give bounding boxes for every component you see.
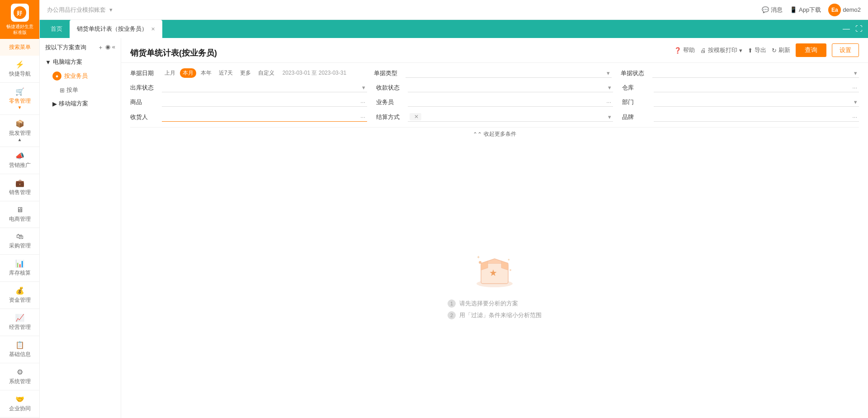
date-tab-more[interactable]: 更多	[237, 68, 254, 78]
settings-button[interactable]: 设置	[832, 43, 859, 57]
sidebar-item-wholesale[interactable]: 📦 批发管理 ▲	[0, 115, 39, 147]
message-label: 消息	[771, 6, 783, 14]
dept-dropdown-icon[interactable]: ▾	[854, 99, 857, 105]
outstock-dropdown-icon[interactable]: ▾	[362, 84, 365, 91]
settlement-control: ✕ ▾	[408, 112, 613, 122]
date-tab-last-month[interactable]: 上月	[162, 68, 178, 78]
sidebar-item-finance[interactable]: 💰 资金管理	[0, 282, 39, 309]
refresh-icon: ↻	[772, 47, 777, 54]
retail-arrow: ▼	[18, 105, 22, 110]
collapse-button[interactable]: ⌃⌃ 收起更多条件	[130, 127, 859, 141]
sidebar-item-system[interactable]: ⚙ 系统管理	[0, 363, 39, 390]
settlement-tag-clear[interactable]: ✕	[414, 114, 419, 120]
mobile-scheme-toggle: ▶	[52, 100, 57, 107]
sidebar-item-retail[interactable]: 🛒 零售管理 ▼	[0, 83, 39, 115]
warehouse-dots[interactable]: ···	[852, 84, 857, 91]
refresh-label: 刷新	[778, 46, 790, 54]
brand-label: 办公用品行业模拟账套	[47, 6, 106, 14]
finance-icon: 💰	[15, 286, 24, 295]
message-button[interactable]: 💬 消息	[762, 6, 783, 14]
date-tabs: 上月 本月 本年 近7天 更多 自定义	[162, 68, 277, 78]
filter-row-2: 出库状态 ▾ 收款状态 ▾ 仓库 ···	[130, 83, 859, 92]
svg-point-6	[509, 269, 511, 271]
top-bar: 办公用品行业模拟账套 ▾ 💬 消息 📱 App下载 Ea demo2	[40, 0, 868, 20]
salesperson-control[interactable]: ···	[408, 98, 613, 107]
sidebar-item-operation[interactable]: 📈 经营管理	[0, 309, 39, 336]
step-1-text: 请先选择要分析的方案	[459, 299, 518, 308]
doc-type-label: 单据类型	[374, 69, 406, 77]
app-download-button[interactable]: 📱 App下载	[790, 6, 821, 14]
receiver-control[interactable]: ···	[162, 113, 367, 122]
date-tab-7days[interactable]: 近7天	[216, 68, 236, 78]
phone-icon: 📱	[790, 6, 797, 13]
tab-home[interactable]: 首页	[43, 20, 70, 38]
basic-label: 基础信息	[9, 351, 31, 358]
search-menu[interactable]: 搜索菜单	[0, 39, 39, 56]
sidebar-item-purchase[interactable]: 🛍 采购管理	[0, 228, 39, 255]
sidebar-item-enterprise[interactable]: 🤝 企业协同	[0, 390, 39, 418]
date-tab-this-year[interactable]: 本年	[198, 68, 214, 78]
export-icon: ⬆	[748, 47, 753, 54]
operation-icon: 📈	[15, 314, 24, 322]
doc-type-dropdown-icon[interactable]: ▾	[607, 70, 610, 76]
brand-dots[interactable]: ···	[852, 114, 857, 120]
payment-dropdown-icon[interactable]: ▾	[608, 84, 611, 91]
goods-dots[interactable]: ···	[360, 99, 365, 105]
tab-minimize-icon[interactable]: —	[841, 23, 852, 35]
sidebar-item-quick-nav[interactable]: ⚡ 快捷导航	[0, 56, 39, 83]
brand-dropdown-icon[interactable]: ▾	[109, 6, 113, 13]
scheme-by-order[interactable]: ⊞ 按单	[40, 83, 121, 97]
tab-close-button[interactable]: ✕	[151, 26, 155, 32]
query-button[interactable]: 查询	[796, 43, 826, 57]
settlement-dropdown-icon[interactable]: ▾	[608, 114, 611, 120]
tab-bar-actions: — ⛶	[841, 23, 868, 35]
help-button[interactable]: ❓ 帮助	[674, 46, 695, 54]
tab-sales-report[interactable]: 销货单统计表（按业务员） ✕	[70, 20, 162, 38]
user-avatar-area[interactable]: Ea demo2	[828, 4, 861, 16]
ecommerce-icon: 🖥	[16, 206, 24, 214]
outstock-control[interactable]: ▾	[162, 83, 367, 92]
settings-scheme-icon[interactable]: ◉	[105, 43, 110, 52]
page-header: 销货单统计表(按业务员) ❓ 帮助 🖨 按模板打印 ▾ ⬆ 导出	[121, 38, 868, 63]
desktop-scheme-parent[interactable]: ▼ 电脑端方案	[40, 55, 121, 69]
export-button[interactable]: ⬆ 导出	[748, 46, 766, 54]
username-label: demo2	[843, 6, 861, 13]
system-label: 系统管理	[9, 378, 31, 385]
warehouse-control[interactable]: ···	[654, 83, 859, 92]
sidebar-item-ecommerce[interactable]: 🖥 电商管理	[0, 201, 39, 228]
doc-status-control[interactable]: ▾	[652, 69, 859, 78]
refresh-button[interactable]: ↻ 刷新	[772, 46, 790, 54]
sales-label: 销售管理	[9, 189, 31, 196]
add-scheme-icon[interactable]: ＋	[98, 43, 104, 52]
dept-control[interactable]: ▾	[654, 98, 859, 107]
goods-control[interactable]: ···	[162, 98, 367, 107]
left-panel-icons: ＋ ◉ «	[98, 43, 115, 52]
order-icon: ⊞	[60, 87, 65, 94]
scheme-by-salesperson[interactable]: ● 按业务员	[40, 69, 121, 83]
date-tab-this-month[interactable]: 本月	[180, 68, 196, 78]
sidebar-item-inventory[interactable]: 📊 库存核算	[0, 255, 39, 282]
brand-control[interactable]: ···	[654, 113, 859, 122]
left-panel: 按以下方案查询 ＋ ◉ « ▼ 电脑端方案 ● 按业务员 ⊞ 按	[40, 38, 121, 418]
salesperson-dots[interactable]: ···	[606, 99, 611, 105]
svg-text:✦: ✦	[507, 258, 510, 262]
sidebar-item-sales[interactable]: 💼 销售管理	[0, 174, 39, 201]
ecommerce-label: 电商管理	[9, 215, 31, 223]
tab-home-label: 首页	[51, 25, 62, 33]
salesperson-filter-label: 业务员	[376, 98, 408, 106]
receiver-dots[interactable]: ···	[360, 114, 365, 120]
sidebar: 好 畅捷通好生意标准版 搜索菜单 ⚡ 快捷导航 🛒 零售管理 ▼ 📦 批发管理 …	[0, 0, 40, 418]
mobile-scheme-parent[interactable]: ▶ 移动端方案	[40, 97, 121, 110]
outstock-label: 出库状态	[130, 84, 162, 92]
logo-icon: 好	[11, 4, 29, 22]
print-button[interactable]: 🖨 按模板打印 ▾	[700, 46, 742, 54]
tab-maximize-icon[interactable]: ⛶	[854, 23, 864, 35]
sidebar-item-basic[interactable]: 📋 基础信息	[0, 336, 39, 363]
doc-type-control[interactable]: ▾	[406, 69, 612, 78]
payment-control[interactable]: ▾	[408, 83, 613, 92]
mobile-scheme-group: ▶ 移动端方案	[40, 97, 121, 110]
doc-status-dropdown-icon[interactable]: ▾	[854, 70, 857, 76]
date-tab-custom[interactable]: 自定义	[255, 68, 277, 78]
sidebar-item-marketing[interactable]: 📣 营销推广	[0, 147, 39, 174]
collapse-panel-icon[interactable]: «	[112, 43, 115, 52]
